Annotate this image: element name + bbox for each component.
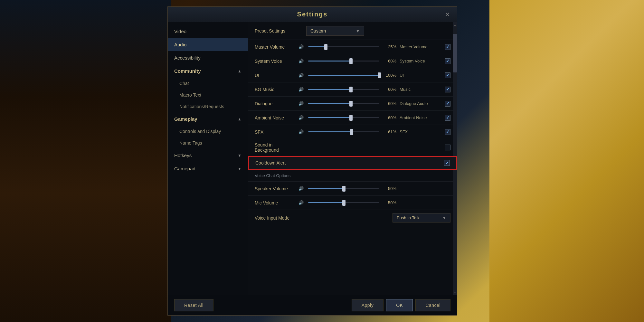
voice-label-mic-volume: Mic Volume	[255, 200, 297, 205]
gameplay-chevron-icon: ▲	[238, 117, 242, 121]
modal-title: Settings	[297, 11, 328, 18]
slider-value-bg-music: 60%	[382, 87, 396, 92]
setting-label-system-voice: System Voice	[255, 59, 297, 64]
setting-row-ui: UI 🔊 100% UI	[248, 68, 457, 82]
slider-value-ui: 100%	[382, 73, 396, 78]
setting-label-ui: UI	[255, 73, 297, 78]
cooldown-alert-label: Cooldown Alert	[255, 160, 444, 166]
modal-header: Settings ✕	[168, 7, 457, 22]
gamepad-chevron-icon: ▼	[238, 166, 242, 171]
checkbox-ambient-noise[interactable]	[445, 115, 450, 121]
voice-label-speaker-volume: Speaker Volume	[255, 186, 297, 191]
checkbox-dialogue[interactable]	[445, 101, 450, 107]
voice-slider-value-mic-volume: 50%	[382, 200, 396, 205]
right-label-sfx: SFX	[400, 129, 445, 134]
right-label-ui: UI	[400, 73, 445, 78]
cooldown-alert-row: Cooldown Alert Cooldown Alert Toggle not…	[248, 156, 457, 170]
ok-button[interactable]: OK	[386, 299, 413, 311]
right-label-ambient-noise: Ambient Noise	[400, 115, 445, 120]
modal-footer: Reset All Apply OK Cancel	[168, 295, 457, 315]
slider-bg-music[interactable]	[308, 89, 379, 90]
setting-row-system-voice: System Voice 🔊 60% System Voice	[248, 54, 457, 68]
apply-button[interactable]: Apply	[352, 299, 384, 311]
sidebar-subitem-controls[interactable]: Controls and Display	[168, 126, 248, 137]
voice-speaker-icon-speaker-volume: 🔊	[298, 186, 304, 191]
setting-label-ambient-noise: Ambient Noise	[255, 115, 297, 120]
checkbox-bg-music[interactable]	[445, 87, 450, 92]
sound-in-bg-checkbox[interactable]	[445, 145, 450, 150]
setting-row-bg-music: BG Music 🔊 60% Music	[248, 82, 457, 97]
voice-speaker-icon-mic-volume: 🔊	[298, 200, 304, 205]
sidebar-item-gamepad-label: Gamepad	[174, 166, 195, 171]
slider-ui[interactable]	[308, 75, 379, 76]
slider-sfx[interactable]	[308, 131, 379, 132]
main-content: ▲ ▼ Preset Settings Custom ▼ Master Volu…	[248, 22, 457, 295]
close-button[interactable]: ✕	[443, 10, 452, 19]
voice-chat-header: Voice Chat Options	[248, 170, 457, 182]
sidebar: Video Audio Accessibility Community ▲ Ch…	[168, 22, 248, 295]
speaker-icon-bg-music: 🔊	[298, 87, 304, 92]
speaker-icon-system-voice: 🔊	[298, 59, 304, 63]
sidebar-item-gameplay-label: Gameplay	[174, 116, 197, 122]
slider-ambient-noise[interactable]	[308, 117, 379, 118]
voice-input-label: Voice Input Mode	[255, 215, 297, 221]
checkbox-ui[interactable]	[445, 72, 450, 78]
sidebar-subitem-nametags[interactable]: Name Tags	[168, 137, 248, 149]
speaker-icon-dialogue: 🔊	[298, 101, 304, 106]
right-label-system-voice: System Voice	[400, 59, 445, 63]
voice-slider-value-speaker-volume: 50%	[382, 186, 396, 191]
sidebar-item-audio-label: Audio	[174, 42, 186, 47]
setting-label-dialogue: Dialogue	[255, 101, 297, 106]
voice-slider-mic-volume[interactable]	[308, 202, 379, 203]
checkbox-master-volume[interactable]	[445, 44, 450, 50]
sidebar-item-audio[interactable]: Audio	[168, 38, 248, 51]
sidebar-item-hotkeys-label: Hotkeys	[174, 153, 192, 158]
sidebar-subitem-notifications[interactable]: Notifications/Requests	[168, 101, 248, 112]
checkbox-system-voice[interactable]	[445, 58, 450, 64]
modal-body: Video Audio Accessibility Community ▲ Ch…	[168, 22, 457, 295]
speaker-icon-master-volume: 🔊	[298, 44, 304, 49]
sidebar-item-gamepad[interactable]: Gamepad ▼	[168, 162, 248, 175]
slider-master-volume[interactable]	[308, 46, 379, 47]
voice-settings-list: Speaker Volume 🔊 50% Mic Volume 🔊 50%	[248, 182, 457, 210]
slider-value-ambient-noise: 60%	[382, 115, 396, 120]
scroll-track-empty	[453, 72, 457, 290]
slider-value-system-voice: 60%	[382, 59, 396, 63]
voice-input-value: Push to Talk	[397, 215, 420, 220]
sidebar-item-gameplay[interactable]: Gameplay ▲	[168, 112, 248, 126]
scroll-down-arrow[interactable]: ▼	[453, 290, 457, 295]
voice-input-chevron-icon: ▼	[442, 215, 446, 220]
sidebar-item-accessibility-label: Accessibility	[174, 55, 201, 61]
setting-row-sfx: SFX 🔊 61% SFX	[248, 125, 457, 139]
voice-setting-row-mic-volume: Mic Volume 🔊 50%	[248, 196, 457, 210]
slider-system-voice[interactable]	[308, 61, 379, 62]
voice-input-dropdown[interactable]: Push to Talk ▼	[393, 213, 450, 223]
checkbox-sfx[interactable]	[445, 129, 450, 135]
cancel-button[interactable]: Cancel	[415, 299, 450, 311]
community-chevron-icon: ▲	[238, 69, 242, 73]
hotkeys-chevron-icon: ▼	[238, 153, 242, 158]
right-label-dialogue: Dialogue Audio	[400, 101, 445, 106]
voice-slider-speaker-volume[interactable]	[308, 188, 379, 189]
speaker-icon-ambient-noise: 🔊	[298, 115, 304, 120]
sound-in-bg-label: Sound in Background	[255, 142, 297, 153]
scroll-up-arrow[interactable]: ▲	[453, 22, 457, 27]
slider-dialogue[interactable]	[308, 103, 379, 104]
scroll-thumb[interactable]	[453, 34, 457, 72]
preset-label: Preset Settings	[255, 28, 306, 33]
preset-value: Custom	[310, 28, 326, 33]
settings-modal: Settings ✕ Video Audio Accessibility Com…	[167, 6, 457, 316]
setting-label-sfx: SFX	[255, 129, 297, 135]
sidebar-item-community[interactable]: Community ▲	[168, 64, 248, 78]
cooldown-alert-checkbox[interactable]	[444, 160, 450, 166]
sidebar-item-video[interactable]: Video	[168, 25, 248, 38]
sidebar-subitem-chat[interactable]: Chat	[168, 78, 248, 89]
voice-input-row: Voice Input Mode Push to Talk ▼	[248, 210, 457, 226]
bg-left-panel	[0, 0, 171, 322]
sidebar-subitem-macro-text[interactable]: Macro Text	[168, 89, 248, 101]
sidebar-item-accessibility[interactable]: Accessibility	[168, 51, 248, 64]
preset-dropdown[interactable]: Custom ▼	[306, 26, 364, 36]
reset-all-button[interactable]: Reset All	[174, 299, 213, 311]
speaker-icon-sfx: 🔊	[298, 129, 304, 134]
sidebar-item-hotkeys[interactable]: Hotkeys ▼	[168, 149, 248, 162]
